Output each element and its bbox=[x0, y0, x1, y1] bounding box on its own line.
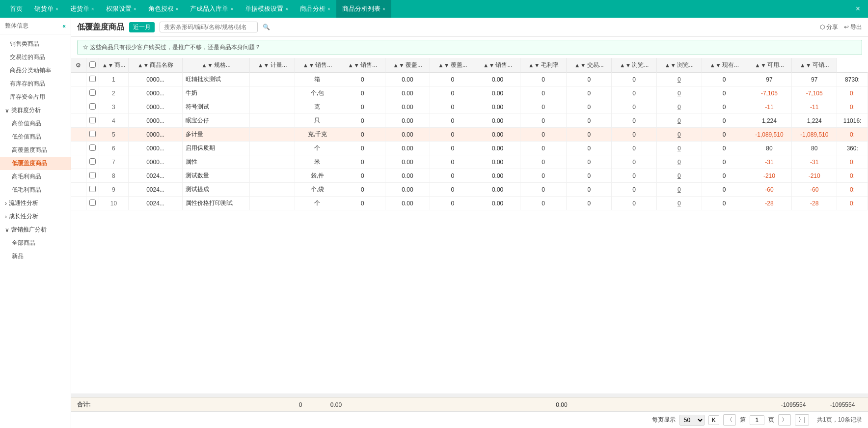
row-checkbox-cell[interactable] bbox=[86, 73, 99, 86]
nav-close-sales[interactable]: × bbox=[55, 6, 58, 12]
checkbox-column-header[interactable] bbox=[86, 58, 99, 73]
nav-product-inbound[interactable]: 产成品入库单 × bbox=[184, 0, 239, 18]
nav-close-inbound[interactable]: × bbox=[230, 6, 233, 12]
row-cover-rate-cell: 0.00 bbox=[475, 86, 520, 100]
nav-product-analysis-list[interactable]: 商品分析列表 × bbox=[336, 0, 391, 18]
sales-qty-column-header[interactable]: ▲▼销售... bbox=[295, 58, 340, 73]
row-checkbox[interactable] bbox=[89, 76, 96, 82]
row-browse-count-cell[interactable]: 0 bbox=[656, 155, 702, 169]
row-checkbox-cell[interactable] bbox=[86, 100, 99, 114]
row-browse-count-cell[interactable]: 0 bbox=[656, 100, 702, 114]
share-button[interactable]: ⬡ 分享 bbox=[820, 23, 838, 31]
window-close-btn[interactable]: × bbox=[852, 4, 864, 13]
sidebar-item-traded-goods[interactable]: 交易过的商品 bbox=[0, 51, 71, 64]
nav-product-analysis[interactable]: 商品分析 × bbox=[294, 0, 336, 18]
unit-column-header[interactable]: ▲▼计量... bbox=[250, 58, 295, 73]
next-page-btn[interactable]: 〉 bbox=[778, 414, 791, 426]
nav-close-permission[interactable]: × bbox=[134, 6, 136, 12]
nav-close-analysis-list[interactable]: × bbox=[382, 6, 385, 12]
row-browse-count-cell[interactable]: 0 bbox=[656, 169, 702, 183]
row-checkbox-cell[interactable] bbox=[86, 155, 99, 169]
row-checkbox[interactable] bbox=[89, 158, 96, 165]
nav-close-role[interactable]: × bbox=[176, 6, 179, 12]
row-checkbox[interactable] bbox=[89, 144, 96, 151]
settings-column-header[interactable]: ⚙ bbox=[71, 58, 86, 73]
row-checkbox-cell[interactable] bbox=[86, 114, 99, 128]
sidebar-item-sales-goods[interactable]: 销售类商品 bbox=[0, 37, 71, 51]
row-checkbox-cell[interactable] bbox=[86, 169, 99, 183]
sidebar-item-all-goods[interactable]: 全部商品 bbox=[0, 236, 71, 250]
row-browse-count-cell[interactable]: 0 bbox=[656, 73, 702, 86]
row-browse-count-cell[interactable]: 0 bbox=[656, 142, 702, 155]
period-button[interactable]: 近一月 bbox=[129, 22, 155, 32]
row-checkbox[interactable] bbox=[89, 200, 96, 206]
sales-amt-column-header[interactable]: ▲▼销售... bbox=[340, 58, 385, 73]
sidebar-group-cluster-analysis[interactable]: ∨ 类群度分析 bbox=[0, 104, 71, 117]
export-button[interactable]: ↩ 导出 bbox=[844, 23, 862, 31]
last-page-btn[interactable]: 〉| bbox=[795, 414, 809, 426]
row-checkbox-cell[interactable] bbox=[86, 183, 99, 197]
avail-stock-column-header[interactable]: ▲▼可用... bbox=[747, 58, 792, 73]
nav-role-auth[interactable]: 角色授权 × bbox=[142, 0, 185, 18]
name-column-header[interactable]: ▲▼商品名称 bbox=[129, 58, 182, 73]
row-checkbox[interactable] bbox=[89, 186, 96, 192]
prev-page-btn[interactable]: 〈 bbox=[723, 414, 736, 426]
row-checkbox-cell[interactable] bbox=[86, 197, 99, 210]
sidebar-group-growth[interactable]: › 成长性分析 bbox=[0, 210, 71, 223]
saleable-stock-column-header[interactable]: ▲▼可销... bbox=[792, 58, 837, 73]
search-input[interactable] bbox=[160, 22, 258, 32]
browse-rate-column-header[interactable]: ▲▼浏览... bbox=[656, 58, 702, 73]
nav-purchase-order[interactable]: 进货单 × bbox=[64, 0, 100, 18]
search-icon[interactable]: 🔍 bbox=[263, 24, 270, 30]
row-checkbox-cell[interactable] bbox=[86, 142, 99, 155]
first-page-btn[interactable]: K bbox=[708, 415, 719, 425]
sidebar-group-circulation[interactable]: › 流通性分析 bbox=[0, 197, 71, 210]
row-browse-count-cell[interactable]: 0 bbox=[656, 183, 702, 197]
sidebar-item-category-rate[interactable]: 商品分类动销率 bbox=[0, 64, 71, 77]
sidebar-item-high-value[interactable]: 高价值商品 bbox=[0, 117, 71, 130]
sidebar-item-stock-capital[interactable]: 库存资金占用 bbox=[0, 90, 71, 104]
current-stock-column-header[interactable]: ▲▼现有... bbox=[702, 58, 747, 73]
page-number-input[interactable] bbox=[750, 415, 764, 425]
row-checkbox-cell[interactable] bbox=[86, 128, 99, 142]
settings-cell bbox=[71, 183, 86, 197]
trade-count-column-header[interactable]: ▲▼交易... bbox=[567, 58, 612, 73]
sidebar-item-low-coverage[interactable]: 低覆盖度商品 bbox=[0, 157, 71, 170]
row-browse-count-cell[interactable]: 0 bbox=[656, 197, 702, 210]
sidebar-collapse-btn[interactable]: « bbox=[62, 23, 66, 29]
gross-rate-column-header[interactable]: ▲▼毛利率 bbox=[520, 58, 567, 73]
sidebar-item-high-profit[interactable]: 高毛利商品 bbox=[0, 170, 71, 183]
sidebar-item-in-stock-goods[interactable]: 有库存的商品 bbox=[0, 77, 71, 90]
row-checkbox[interactable] bbox=[89, 89, 96, 96]
row-checkbox[interactable] bbox=[89, 103, 96, 110]
sidebar-item-high-coverage[interactable]: 高覆盖度商品 bbox=[0, 143, 71, 157]
row-checkbox[interactable] bbox=[89, 117, 96, 123]
sidebar-group-marketing[interactable]: ∨ 营销推广分析 bbox=[0, 223, 71, 236]
row-checkbox-cell[interactable] bbox=[86, 86, 99, 100]
select-all-checkbox[interactable] bbox=[89, 61, 96, 68]
row-checkbox[interactable] bbox=[89, 131, 96, 137]
nav-home[interactable]: 首页 bbox=[4, 0, 28, 18]
nav-close-analysis[interactable]: × bbox=[327, 6, 330, 12]
sidebar-item-new-goods[interactable]: 新品 bbox=[0, 250, 71, 263]
sales-customer-column-header[interactable]: ▲▼销售... bbox=[475, 58, 520, 73]
row-browse-count-cell[interactable]: 0 bbox=[656, 128, 702, 142]
horizontal-scrollbar[interactable] bbox=[71, 394, 868, 398]
spec-column-header[interactable]: ▲▼规格... bbox=[182, 58, 250, 73]
nav-sales-order[interactable]: 销货单 × bbox=[28, 0, 64, 18]
nav-template-settings[interactable]: 单据模板设置 × bbox=[239, 0, 294, 18]
nav-permission-settings[interactable]: 权限设置 × bbox=[100, 0, 142, 18]
sidebar-item-low-value[interactable]: 低价值商品 bbox=[0, 130, 71, 143]
browse-count-column-header[interactable]: ▲▼浏览... bbox=[612, 58, 657, 73]
cover-rate-column-header[interactable]: ▲▼覆盖... bbox=[430, 58, 475, 73]
sidebar-item-low-profit[interactable]: 低毛利商品 bbox=[0, 183, 71, 197]
per-page-select[interactable]: 50 100 200 bbox=[679, 415, 705, 426]
row-browse-count-cell[interactable]: 0 bbox=[656, 114, 702, 128]
nav-close-purchase[interactable]: × bbox=[91, 6, 94, 12]
code-column-header[interactable]: ▲▼商... bbox=[99, 58, 129, 73]
expand-icon-growth: › bbox=[5, 213, 7, 220]
row-browse-count-cell[interactable]: 0 bbox=[656, 86, 702, 100]
row-checkbox[interactable] bbox=[89, 172, 96, 178]
nav-close-template[interactable]: × bbox=[285, 6, 288, 12]
cover-count-column-header[interactable]: ▲▼覆盖... bbox=[385, 58, 430, 73]
